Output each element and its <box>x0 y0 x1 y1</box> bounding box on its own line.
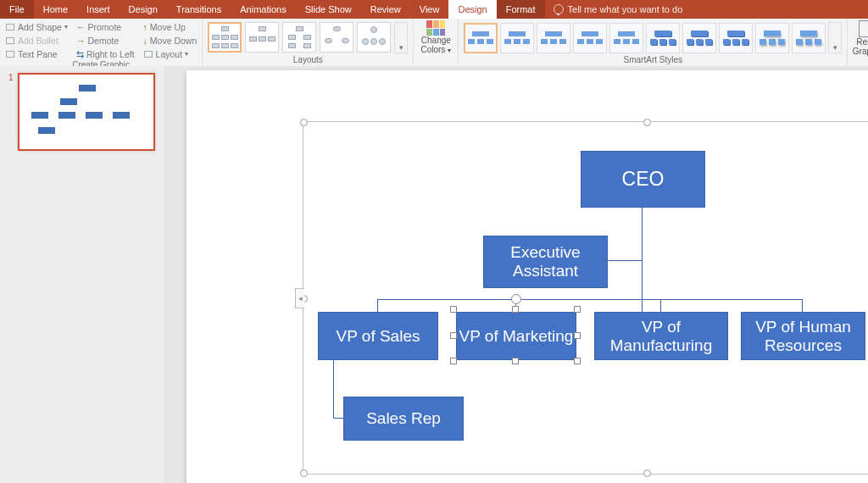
layout-icon <box>143 50 153 58</box>
node-handle-s[interactable] <box>512 358 519 364</box>
btn-layout[interactable]: Layout ▾ <box>143 47 198 60</box>
slide-editor[interactable]: ◂ CEO Executive Assistant VP of Sales VP… <box>165 66 868 483</box>
layout-thumb-2[interactable] <box>245 22 279 53</box>
btn-right-to-left[interactable]: ⇆Right to Left <box>76 47 135 60</box>
tab-transitions[interactable]: Transitions <box>167 0 231 19</box>
line-rep-v <box>333 358 334 418</box>
node-handle-se[interactable] <box>574 358 581 364</box>
layout-thumb-5[interactable] <box>357 22 391 53</box>
btn-move-up[interactable]: ↑Move Up <box>143 20 198 33</box>
node-handle-ne[interactable] <box>574 306 581 313</box>
group-reset: ResetGraphic Convert▾ Reset <box>848 19 868 66</box>
tab-file[interactable]: File <box>0 0 34 19</box>
node-vp-sales[interactable]: VP of Sales <box>318 312 438 360</box>
slide-thumbnails-panel[interactable]: 1 <box>0 66 165 483</box>
tab-home[interactable]: Home <box>34 0 77 19</box>
slide-thumbnail-1[interactable] <box>18 73 155 151</box>
btn-promote[interactable]: ←Promote <box>76 20 135 33</box>
layout-thumb-4[interactable] <box>320 22 353 53</box>
styles-more[interactable]: ▾ <box>828 22 842 53</box>
btn-text-pane[interactable]: Text Pane <box>5 47 68 60</box>
style-thumb-5[interactable] <box>609 23 643 53</box>
slide-canvas[interactable]: ◂ CEO Executive Assistant VP of Sales VP… <box>186 70 868 483</box>
text-pane-icon <box>5 50 15 58</box>
tab-smartart-design[interactable]: Design <box>448 0 496 19</box>
line-ceo-down <box>642 206 643 312</box>
layout-thumb-1[interactable] <box>208 22 242 53</box>
btn-add-shape[interactable]: Add Shape ▾ <box>5 20 68 33</box>
node-ceo[interactable]: CEO <box>581 151 705 208</box>
line-vpmf <box>660 299 661 312</box>
node-executive-assistant[interactable]: Executive Assistant <box>483 236 608 288</box>
node-sales-rep[interactable]: Sales Rep <box>343 397 464 441</box>
group-create-graphic: Add Shape ▾ Add Bullet Text Pane ←Promot… <box>0 19 203 66</box>
tab-insert[interactable]: Insert <box>77 0 120 19</box>
group-title-styles: SmartArt Styles <box>464 55 842 66</box>
node-vp-manufacturing[interactable]: VP of Manufacturing <box>594 312 728 360</box>
group-layouts: ▾ Layouts <box>203 19 414 66</box>
tell-me-bulb-icon <box>554 4 564 14</box>
style-thumb-9[interactable] <box>755 23 789 53</box>
tab-animations[interactable]: Animations <box>231 0 295 19</box>
node-handle-nw[interactable] <box>450 306 457 313</box>
style-thumb-2[interactable] <box>500 23 534 53</box>
btn-add-bullet: Add Bullet <box>5 34 68 47</box>
tab-design-main[interactable]: Design <box>120 0 167 19</box>
change-colors-icon <box>426 20 445 36</box>
org-chart: CEO Executive Assistant VP of Sales VP o… <box>186 70 868 483</box>
group-title-layouts: Layouts <box>208 55 408 66</box>
style-thumb-6[interactable] <box>646 23 680 53</box>
layout-thumb-3[interactable] <box>282 22 316 53</box>
node-selection[interactable] <box>453 309 577 361</box>
style-thumb-8[interactable] <box>719 23 753 53</box>
tell-me-label: Tell me what you want to do <box>568 4 683 14</box>
tell-me[interactable]: Tell me what you want to do <box>545 0 692 19</box>
reset-graphic-icon <box>859 20 868 37</box>
add-bullet-icon <box>5 36 15 45</box>
layouts-more[interactable]: ▾ <box>394 22 408 53</box>
node-handle-w[interactable] <box>450 332 457 339</box>
tab-review[interactable]: Review <box>361 0 410 19</box>
node-vp-human-resources[interactable]: VP of Human Resources <box>741 312 865 360</box>
line-vps <box>377 299 378 312</box>
line-vphr <box>802 299 803 312</box>
slide-number: 1 <box>8 73 14 82</box>
style-thumb-1[interactable] <box>464 23 498 53</box>
tab-smartart-format[interactable]: Format <box>497 0 545 19</box>
rotate-handle[interactable] <box>511 294 521 304</box>
ribbon-tabstrip: File Home Insert Design Transitions Anim… <box>0 0 868 19</box>
style-thumb-3[interactable] <box>537 23 570 53</box>
node-handle-sw[interactable] <box>450 358 457 364</box>
group-change-colors: Change Colors ▾ <box>414 19 459 66</box>
style-thumb-10[interactable] <box>792 23 826 53</box>
btn-move-down[interactable]: ↓Move Down <box>143 34 198 47</box>
workspace: 1 ◂ <box>0 66 868 483</box>
node-handle-n[interactable] <box>512 306 519 313</box>
line-ea <box>606 260 643 261</box>
ribbon: Add Shape ▾ Add Bullet Text Pane ←Promot… <box>0 19 868 67</box>
add-shape-icon <box>5 23 15 31</box>
line-horiz <box>377 299 802 300</box>
tab-slideshow[interactable]: Slide Show <box>296 0 361 19</box>
style-thumb-7[interactable] <box>682 23 716 53</box>
node-handle-e[interactable] <box>574 332 581 339</box>
group-smartart-styles: ▾ SmartArt Styles <box>459 19 848 66</box>
tab-view[interactable]: View <box>410 0 449 19</box>
btn-reset-graphic[interactable]: ResetGraphic <box>853 20 868 56</box>
btn-demote[interactable]: →Demote <box>76 34 135 47</box>
style-thumb-4[interactable] <box>573 23 607 53</box>
btn-change-colors[interactable]: Change Colors ▾ <box>419 20 453 55</box>
